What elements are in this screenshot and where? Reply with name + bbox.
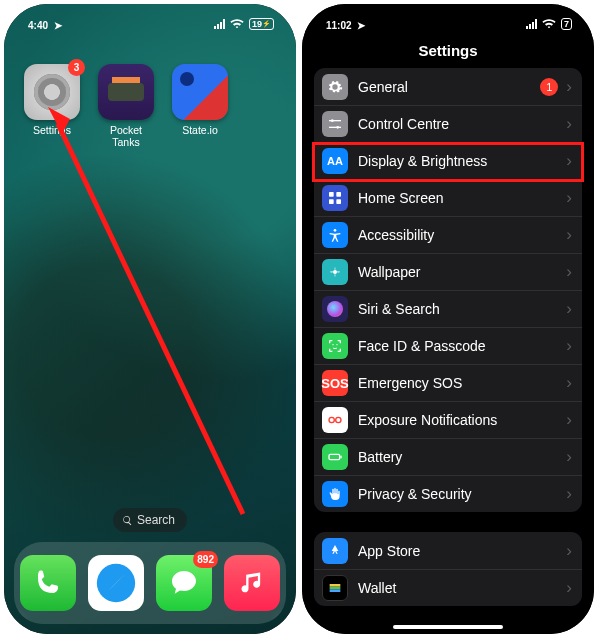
battery-icon	[322, 444, 348, 470]
face-id-icon	[322, 333, 348, 359]
svg-point-15	[332, 344, 333, 345]
pocket-tanks-icon	[98, 64, 154, 120]
dock-safari[interactable]	[88, 555, 144, 611]
chevron-right-icon: ›	[566, 336, 572, 356]
wifi-icon	[541, 15, 557, 33]
settings-group-1: General 1 › Control Centre › AA Display …	[314, 68, 582, 512]
status-bar: 4:40 ➤ 19⚡	[4, 14, 296, 34]
sliders-icon	[322, 111, 348, 137]
spotlight-search[interactable]: Search	[113, 508, 187, 532]
gear-icon	[322, 74, 348, 100]
text-size-icon: AA	[322, 148, 348, 174]
appstore-icon	[322, 538, 348, 564]
svg-point-18	[336, 417, 341, 422]
dock-phone[interactable]	[20, 555, 76, 611]
svg-rect-6	[329, 120, 341, 121]
dock-music[interactable]	[224, 555, 280, 611]
row-accessibility[interactable]: Accessibility ›	[314, 216, 582, 253]
search-icon	[122, 515, 133, 526]
messages-badge: 892	[193, 551, 218, 568]
siri-icon	[322, 296, 348, 322]
svg-rect-11	[329, 199, 334, 204]
row-battery[interactable]: Battery ›	[314, 438, 582, 475]
wifi-icon	[229, 15, 245, 33]
app-state-io[interactable]: State.io	[170, 64, 230, 148]
grid-icon	[322, 185, 348, 211]
iphone-settings-screen: 11:02 ➤ 7 Settings General 1 › Control C…	[302, 4, 594, 634]
app-row: 3 Settings Pocket Tanks State.io	[22, 64, 230, 148]
chevron-right-icon: ›	[566, 262, 572, 282]
svg-rect-10	[336, 192, 341, 197]
svg-point-17	[329, 417, 334, 422]
status-bar: 11:02 ➤ 7	[302, 14, 594, 34]
row-general[interactable]: General 1 ›	[314, 68, 582, 105]
row-wallpaper[interactable]: Wallpaper ›	[314, 253, 582, 290]
svg-rect-9	[329, 192, 334, 197]
battery-indicator: 7	[561, 18, 572, 30]
chevron-right-icon: ›	[566, 447, 572, 467]
row-control-centre[interactable]: Control Centre ›	[314, 105, 582, 142]
settings-group-2: App Store › Wallet ›	[314, 532, 582, 606]
dock: 892	[14, 542, 286, 624]
svg-point-16	[336, 344, 337, 345]
app-label: Pocket Tanks	[96, 124, 156, 148]
svg-rect-23	[330, 589, 341, 592]
svg-rect-22	[330, 587, 341, 590]
row-home-screen[interactable]: Home Screen ›	[314, 179, 582, 216]
exposure-icon	[322, 407, 348, 433]
chevron-right-icon: ›	[566, 225, 572, 245]
chevron-right-icon: ›	[566, 151, 572, 171]
cellular-icon	[526, 19, 537, 29]
app-label: Settings	[22, 124, 82, 136]
chevron-right-icon: ›	[566, 188, 572, 208]
iphone-home-screen: 4:40 ➤ 19⚡ 3 Settings Pocket Tanks	[4, 4, 296, 634]
general-badge: 1	[540, 78, 558, 96]
cellular-icon	[214, 19, 225, 29]
chevron-right-icon: ›	[566, 541, 572, 561]
row-exposure-notifications[interactable]: Exposure Notifications ›	[314, 401, 582, 438]
chevron-right-icon: ›	[566, 484, 572, 504]
location-icon: ➤	[54, 20, 62, 31]
svg-point-13	[334, 229, 337, 232]
settings-badge: 3	[68, 59, 85, 76]
svg-rect-19	[329, 454, 340, 459]
chevron-right-icon: ›	[566, 578, 572, 598]
app-settings[interactable]: 3 Settings	[22, 64, 82, 148]
wallpaper-icon	[322, 259, 348, 285]
app-pocket-tanks[interactable]: Pocket Tanks	[96, 64, 156, 148]
chevron-right-icon: ›	[566, 114, 572, 134]
dock-messages[interactable]: 892	[156, 555, 212, 611]
accessibility-icon	[322, 222, 348, 248]
row-privacy-security[interactable]: Privacy & Security ›	[314, 475, 582, 512]
row-wallet[interactable]: Wallet ›	[314, 569, 582, 606]
status-time: 4:40	[28, 20, 48, 31]
hand-icon	[322, 481, 348, 507]
chevron-right-icon: ›	[566, 373, 572, 393]
status-time: 11:02	[326, 20, 352, 31]
wallet-icon	[322, 575, 348, 601]
app-label: State.io	[170, 124, 230, 136]
row-siri-search[interactable]: Siri & Search ›	[314, 290, 582, 327]
chevron-right-icon: ›	[566, 77, 572, 97]
home-indicator[interactable]	[393, 625, 503, 629]
svg-rect-12	[336, 199, 341, 204]
location-icon: ➤	[357, 20, 365, 31]
state-io-icon	[172, 64, 228, 120]
battery-indicator: 19⚡	[249, 18, 274, 30]
row-emergency-sos[interactable]: SOS Emergency SOS ›	[314, 364, 582, 401]
settings-icon: 3	[24, 64, 80, 120]
row-face-id[interactable]: Face ID & Passcode ›	[314, 327, 582, 364]
chevron-right-icon: ›	[566, 299, 572, 319]
page-title: Settings	[302, 42, 594, 59]
row-app-store[interactable]: App Store ›	[314, 532, 582, 569]
sos-icon: SOS	[322, 370, 348, 396]
settings-list: General 1 › Control Centre › AA Display …	[314, 68, 582, 626]
svg-rect-8	[329, 127, 341, 128]
row-display-brightness[interactable]: AA Display & Brightness ›	[314, 142, 582, 179]
chevron-right-icon: ›	[566, 410, 572, 430]
svg-rect-20	[340, 456, 341, 459]
svg-rect-21	[330, 584, 341, 587]
